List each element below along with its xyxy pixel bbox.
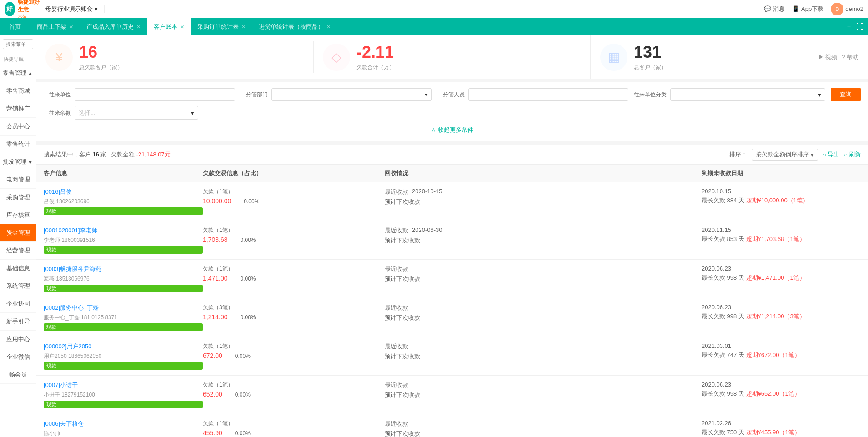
help-btn[interactable]: ? 帮助 bbox=[842, 53, 858, 61]
chevron-down-icon: ▾ bbox=[811, 151, 814, 158]
tab-close-icon[interactable]: ✕ bbox=[69, 24, 73, 30]
overdue-days-6: 最长欠款 750 天 超期¥455.90（1笔） bbox=[702, 428, 861, 437]
tab-close-icon[interactable]: ✕ bbox=[136, 24, 140, 30]
sidebar-item-inventory[interactable]: 库存核算 bbox=[0, 206, 36, 224]
balance-placeholder: 选择... bbox=[79, 109, 95, 117]
customer-phone-0: 吕俊 13026203696 bbox=[44, 198, 203, 206]
table-header: 客户信息 欠款交易信息（占比） 回收情况 到期未收款日期 bbox=[36, 165, 868, 182]
sidebar-item-retail-mgmt[interactable]: 零售管理 ▲ bbox=[0, 65, 36, 82]
store-selector[interactable]: 母婴行业演示账套 ▾ bbox=[41, 5, 105, 13]
filter-origin-unit: 往来单位 ··· bbox=[44, 88, 235, 101]
avatar: D bbox=[831, 3, 843, 15]
sidebar-item-member[interactable]: 会员中心 bbox=[0, 118, 36, 136]
sidebar-search-area bbox=[0, 35, 36, 53]
debt-info-1: 欠款（1笔） 1,703.68 0.00% bbox=[203, 226, 385, 243]
customer-name-link-6[interactable]: [0006]去下粮仓 bbox=[44, 420, 203, 428]
sidebar-item-retail-store[interactable]: 零售商城 bbox=[0, 82, 36, 100]
minimize-icon[interactable]: － bbox=[845, 22, 853, 32]
last-collect-label-6: 最近收款 bbox=[385, 420, 408, 428]
next-collect-2: 预计下次收款 bbox=[385, 275, 420, 283]
balance-select[interactable]: 选择... ▾ bbox=[75, 106, 198, 120]
customer-name-link-0[interactable]: [0016]吕俊 bbox=[44, 188, 203, 196]
table-row: [0006]去下粮仓 陈小帅 现款 欠款（1笔） 455.90 0.00% bbox=[36, 414, 868, 437]
tab-home[interactable]: 首页 bbox=[0, 18, 30, 35]
customer-name-link-5[interactable]: [0007]小进干 bbox=[44, 381, 203, 389]
customer-phone-2: 海燕 18513066976 bbox=[44, 275, 203, 283]
customer-info-6: [0006]去下粮仓 陈小帅 现款 bbox=[44, 420, 203, 437]
results-count-unit: 家 bbox=[100, 151, 106, 158]
sidebar-item-member-vip[interactable]: 畅会员 bbox=[0, 366, 36, 384]
overdue-info-2: 2020.06.23 最长欠款 998 天 超期¥1,471.00（1笔） bbox=[702, 265, 861, 282]
customer-name-link-4[interactable]: [000002]用户2050 bbox=[44, 342, 203, 351]
customer-name-link-3[interactable]: [0002]服务中心_丁磊 bbox=[44, 304, 203, 312]
sidebar-item-marketing[interactable]: 营销推广 bbox=[0, 100, 36, 118]
video-btn[interactable]: ▶ 视频 bbox=[818, 53, 838, 61]
maximize-icon[interactable]: ⛶ bbox=[856, 23, 863, 31]
user-profile[interactable]: D demo2 bbox=[831, 3, 863, 15]
tab-purchase-order[interactable]: 采购订单统计表 ✕ bbox=[191, 18, 252, 35]
table-row: [0002]服务中心_丁磊 服务中心_丁磊 181 0125 8371 现款 欠… bbox=[36, 298, 868, 337]
message-icon: 💬 bbox=[764, 5, 771, 12]
person-input[interactable]: ··· bbox=[468, 88, 629, 101]
sidebar-item-corp-wechat[interactable]: 企业微信 bbox=[0, 348, 36, 366]
category-select[interactable]: ▾ bbox=[670, 88, 825, 101]
overdue-detail-link-0[interactable]: 超期¥10,000.00（1笔） bbox=[746, 197, 808, 204]
sidebar-item-enterprise[interactable]: 企业协同 bbox=[0, 295, 36, 313]
dept-label: 分管部门 bbox=[241, 91, 268, 99]
sidebar-item-purchase-mgmt[interactable]: 采购管理 bbox=[0, 189, 36, 206]
overdue-detail-link-1[interactable]: 超期¥1,703.68（1笔） bbox=[746, 236, 805, 242]
collection-info-3: 最近收款 预计下次收款 bbox=[385, 304, 702, 322]
filter-balance: 往来余额 选择... ▾ bbox=[44, 106, 198, 120]
sidebar-item-ecom-mgmt[interactable]: 电商管理 bbox=[0, 171, 36, 189]
sidebar-item-business-mgmt[interactable]: 经营管理 bbox=[0, 242, 36, 260]
tab-product-shelf[interactable]: 商品上下架 ✕ bbox=[30, 18, 80, 35]
sort-select[interactable]: 按欠款金额倒序排序 ▾ bbox=[752, 149, 818, 161]
export-btn[interactable]: ○ 导出 bbox=[823, 151, 839, 159]
sidebar-item-finance[interactable]: 资金管理 bbox=[0, 224, 36, 242]
due-date-2: 2020.06.23 bbox=[702, 265, 861, 272]
table-row: [0003]畅捷服务尹海燕 海燕 18513066976 现款 欠款（1笔） 1… bbox=[36, 260, 868, 298]
sidebar-item-app-center[interactable]: 应用中心 bbox=[0, 331, 36, 348]
sidebar-item-batch-mgmt[interactable]: 批发管理 ▼ bbox=[0, 153, 36, 171]
overdue-detail-link-4[interactable]: 超期¥672.00（1笔） bbox=[746, 352, 800, 358]
app-download-btn[interactable]: 📱 App下载 bbox=[792, 5, 823, 13]
overdue-detail-link-2[interactable]: 超期¥1,471.00（1笔） bbox=[746, 274, 805, 281]
sort-value: 按欠款金额倒序排序 bbox=[756, 151, 809, 159]
search-input[interactable] bbox=[3, 39, 33, 49]
collection-info-1: 最近收款 2020-06-30 预计下次收款 bbox=[385, 226, 702, 245]
chevron-down-icon: ▾ bbox=[818, 91, 821, 98]
debt-info-0: 欠款（1笔） 10,000.00 0.00% bbox=[203, 188, 385, 205]
stat-icon-money: ¥ bbox=[45, 44, 73, 71]
collection-info-6: 最近收款 预计下次收款 bbox=[385, 420, 702, 437]
customer-name-link-1[interactable]: [0001020001]李老师 bbox=[44, 226, 203, 235]
stat-value-debt-customers: 16 bbox=[79, 43, 123, 62]
overdue-days-1: 最长欠款 853 天 超期¥1,703.68（1笔） bbox=[702, 235, 861, 243]
customer-name-link-2[interactable]: [0003]畅捷服务尹海燕 bbox=[44, 265, 203, 273]
tab-instock-stat[interactable]: 进货单统计表（按商品） ✕ bbox=[252, 18, 337, 35]
customer-info-2: [0003]畅捷服务尹海燕 海燕 18513066976 现款 bbox=[44, 265, 203, 292]
tab-close-icon[interactable]: ✕ bbox=[180, 24, 184, 30]
tab-close-icon[interactable]: ✕ bbox=[326, 24, 331, 30]
sidebar-item-system[interactable]: 系统管理 bbox=[0, 277, 36, 295]
origin-unit-input[interactable]: ··· bbox=[75, 88, 235, 101]
tab-customer-account[interactable]: 客户账本 ✕ bbox=[147, 18, 191, 35]
sidebar-item-basic-info[interactable]: 基础信息 bbox=[0, 260, 36, 277]
tab-close-icon[interactable]: ✕ bbox=[241, 24, 246, 30]
stat-top-right-actions: ▶ 视频 ? 帮助 bbox=[818, 53, 858, 61]
query-button[interactable]: 查询 bbox=[831, 88, 861, 101]
message-btn[interactable]: 💬 消息 bbox=[764, 5, 785, 13]
refresh-btn[interactable]: ○ 刷新 bbox=[844, 151, 861, 159]
main-content: ¥ 16 总欠款客户（家） ◇ -2.11 欠款合计（万） ▦ bbox=[36, 35, 868, 437]
sidebar-item-newbie[interactable]: 新手引导 bbox=[0, 313, 36, 331]
sidebar-item-retail-stat[interactable]: 零售统计 bbox=[0, 136, 36, 153]
download-icon: 📱 bbox=[792, 5, 799, 12]
overdue-detail-link-6[interactable]: 超期¥455.90（1笔） bbox=[746, 429, 800, 436]
collapse-bar[interactable]: ∧ 收起更多条件 bbox=[44, 124, 861, 136]
debt-ratio-1: 0.00% bbox=[241, 237, 256, 243]
stat-label-debt-customers: 总欠款客户（家） bbox=[79, 64, 123, 71]
due-date-6: 2021.02.26 bbox=[702, 420, 861, 427]
dept-select[interactable]: ▾ bbox=[271, 88, 432, 101]
tab-product-instock[interactable]: 产成品入库单历史 ✕ bbox=[80, 18, 147, 35]
overdue-detail-link-5[interactable]: 超期¥652.00（1笔） bbox=[746, 390, 800, 397]
overdue-detail-link-3[interactable]: 超期¥1,214.00（3笔） bbox=[746, 313, 805, 320]
